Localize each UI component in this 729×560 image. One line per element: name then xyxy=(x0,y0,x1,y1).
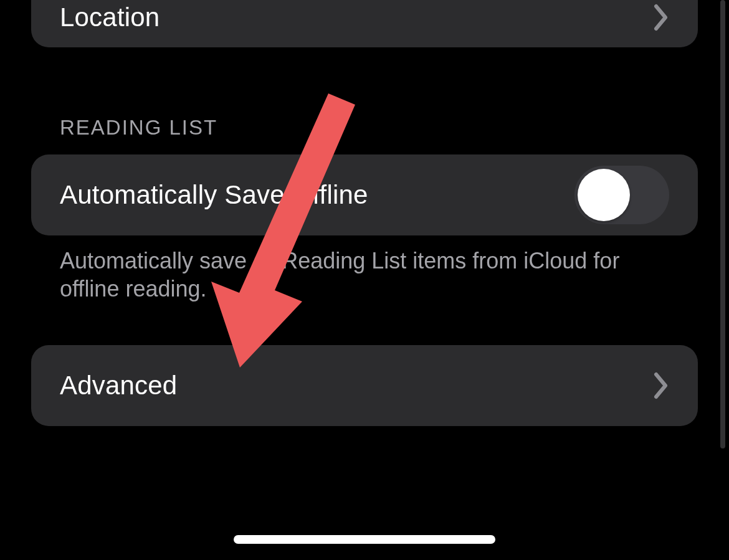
auto-save-offline-label: Automatically Save Offline xyxy=(60,180,368,210)
auto-save-offline-row: Automatically Save Offline xyxy=(31,154,698,235)
auto-save-offline-footer: Automatically save all Reading List item… xyxy=(60,247,670,303)
advanced-row[interactable]: Advanced xyxy=(31,345,698,426)
reading-list-section-header: READING LIST xyxy=(60,116,217,140)
location-label: Location xyxy=(60,2,160,32)
toggle-knob xyxy=(578,169,630,221)
location-row[interactable]: Location xyxy=(31,0,698,47)
home-indicator[interactable] xyxy=(234,535,495,544)
scrollbar[interactable] xyxy=(720,0,725,448)
chevron-right-icon xyxy=(653,372,669,399)
advanced-label: Advanced xyxy=(60,371,177,401)
chevron-right-icon xyxy=(653,4,669,31)
settings-screen: Location READING LIST Automatically Save… xyxy=(0,0,729,560)
auto-save-offline-toggle[interactable] xyxy=(574,166,669,224)
